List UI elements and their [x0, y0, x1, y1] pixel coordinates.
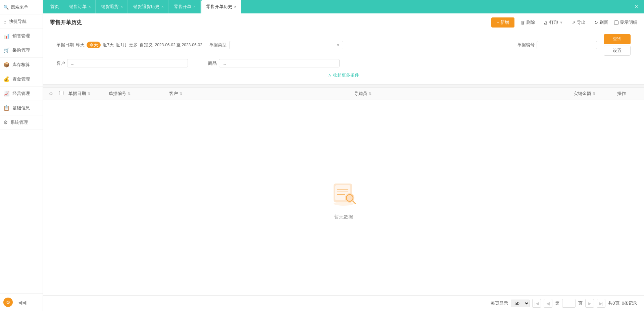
th-customer-label: 客户 — [169, 91, 178, 97]
th-action-label: 操作 — [617, 91, 626, 97]
empty-state: 暂无数据 — [43, 100, 644, 295]
product-input[interactable]: ... — [219, 59, 340, 67]
product-label: 商品 — [208, 60, 217, 66]
sidebar-item-finance[interactable]: 💰 资金管理 — [0, 72, 43, 87]
sidebar-item-label: 快捷导航 — [9, 18, 27, 24]
print-label: 打印 — [549, 19, 558, 25]
print-chevron-icon: ▼ — [559, 20, 563, 24]
next-page-button[interactable]: ▶ — [585, 299, 594, 308]
page-label-pre: 第 — [555, 300, 559, 306]
filter-area: 单据日期 昨天 今天 近7天 近1月 更多 自定义 2023-06-02 至 2… — [50, 31, 637, 84]
add-button[interactable]: + 新增 — [491, 17, 514, 28]
refresh-label: 刷新 — [599, 19, 608, 25]
sidebar-collapse-button[interactable]: ◀◀ — [18, 299, 26, 306]
th-guide-label: 导购员 — [354, 91, 367, 97]
date-shortcut-1month[interactable]: 近1月 — [116, 42, 127, 48]
order-no-input[interactable] — [537, 41, 597, 49]
window-close-button[interactable]: × — [635, 4, 638, 10]
tab-home[interactable]: 首页 — [46, 0, 64, 13]
total-label: 共0页, 0条记录 — [608, 300, 637, 306]
collapse-label: ∧ 收起更多条件 — [328, 72, 359, 77]
print-button[interactable]: 🖨 打印 ▼ — [541, 18, 566, 27]
purchase-mgmt-icon: 🛒 — [3, 47, 10, 53]
page-number-input[interactable]: 1 — [562, 299, 576, 308]
order-type-select[interactable]: ▼ — [229, 41, 343, 49]
display-detail-label: 显示明细 — [620, 19, 637, 25]
tab-sales-return-close[interactable]: × — [120, 5, 122, 9]
settings-button[interactable]: 设置 — [604, 46, 631, 56]
tab-sales-return[interactable]: 销货退货 × — [96, 0, 128, 13]
sidebar-item-label: 系统管理 — [10, 119, 28, 125]
tab-sales-order-close[interactable]: × — [89, 5, 91, 9]
th-amount-sort-icon: ⇅ — [592, 92, 595, 96]
sidebar-item-label: 销售管理 — [12, 33, 30, 39]
th-guide[interactable]: 导购员 ⇅ — [351, 91, 392, 97]
first-page-button[interactable]: |◀ — [532, 299, 541, 308]
product-filter-group: 商品 ... — [208, 59, 340, 67]
per-page-label: 每页显示 — [491, 300, 508, 306]
th-no[interactable]: 单据编号 ⇅ — [106, 91, 166, 97]
tab-retail-open-close[interactable]: × — [193, 5, 195, 9]
sidebar-item-basic-info[interactable]: 📋 基础信息 — [0, 101, 43, 115]
th-no-label: 单据编号 — [109, 91, 126, 97]
sidebar-item-sales-mgmt[interactable]: 📊 销售管理 — [0, 29, 43, 43]
tab-retail-open-label: 零售开单 — [174, 4, 191, 10]
sys-mgmt-icon: ⚙ — [3, 119, 8, 125]
th-amount[interactable]: 实销金额 ⇅ — [571, 91, 614, 97]
per-page-select[interactable]: 50 10 20 100 — [511, 300, 530, 307]
sidebar-item-label: 资金管理 — [12, 76, 30, 82]
table-header: ⚙ 单据日期 ⇅ 单据编号 ⇅ 客户 ⇅ 导购员 ⇅ — [43, 87, 644, 100]
date-shortcut-yesterday[interactable]: 昨天 — [76, 42, 85, 48]
order-no-label: 单据编号 — [517, 42, 535, 48]
filter-actions: 查询 设置 — [604, 34, 631, 56]
prev-page-button[interactable]: ◀ — [544, 299, 552, 308]
refresh-button[interactable]: ↻ 刷新 — [592, 18, 611, 27]
date-shortcut-today[interactable]: 今天 — [87, 42, 101, 48]
date-shortcut-custom[interactable]: 自定义 — [140, 42, 153, 48]
query-button[interactable]: 查询 — [604, 34, 631, 44]
sales-mgmt-icon: 📊 — [3, 33, 10, 39]
display-detail-checkbox[interactable]: 显示明细 — [614, 19, 637, 25]
tab-sales-order[interactable]: 销售订单 × — [64, 0, 96, 13]
select-all-input[interactable] — [59, 91, 63, 95]
last-page-button[interactable]: ▶| — [597, 299, 605, 308]
operation-icon: 📈 — [3, 91, 10, 97]
th-customer-sort-icon: ⇅ — [179, 92, 182, 96]
empty-state-text: 暂无数据 — [334, 214, 353, 220]
th-date[interactable]: 单据日期 ⇅ — [66, 91, 106, 97]
select-all-checkbox[interactable] — [56, 91, 66, 96]
delete-button[interactable]: 🗑 删除 — [518, 18, 538, 27]
sidebar-item-purchase-mgmt[interactable]: 🛒 采购管理 — [0, 43, 43, 58]
gear-button[interactable]: ⚙ — [3, 298, 13, 307]
topbar: 首页 销售订单 × 销货退货 × 销货退货历史 × 零售开单 × 零售开单历史 … — [43, 0, 644, 13]
tab-retail-open-history[interactable]: 零售开单历史 × — [201, 0, 241, 13]
content-area: 零售开单历史 + 新增 🗑 删除 🖨 打印 ▼ ↗ 导出 — [43, 13, 644, 311]
tab-sales-return-history-close[interactable]: × — [161, 5, 163, 9]
customer-input[interactable]: ... — [67, 59, 188, 67]
sidebar-item-quick-nav[interactable]: ⌂ 快捷导航 — [0, 14, 43, 29]
sidebar-item-operation[interactable]: 📈 经营管理 — [0, 87, 43, 101]
filter-row-2: 客户 ... 商品 ... — [56, 59, 631, 67]
date-shortcut-more[interactable]: 更多 — [129, 42, 138, 48]
th-action: 操作 — [614, 91, 641, 97]
collapse-filter-row[interactable]: ∧ 收起更多条件 — [56, 71, 631, 81]
sidebar-item-inventory[interactable]: 📦 库存核算 — [0, 58, 43, 72]
display-detail-input[interactable] — [614, 20, 618, 25]
sidebar-item-label: 采购管理 — [12, 47, 30, 53]
tab-retail-open-history-close[interactable]: × — [234, 5, 236, 9]
order-no-filter-group: 单据编号 — [517, 41, 597, 49]
sidebar-item-sys-mgmt[interactable]: ⚙ 系统管理 — [0, 115, 43, 130]
sidebar-search[interactable]: 🔍 搜索采单 — [0, 0, 43, 14]
sidebar-item-label: 库存核算 — [12, 62, 30, 68]
th-guide-sort-icon: ⇅ — [368, 92, 371, 96]
inventory-icon: 📦 — [3, 62, 10, 68]
th-customer[interactable]: 客户 ⇅ — [166, 91, 351, 97]
date-shortcut-7days[interactable]: 近7天 — [103, 42, 114, 48]
export-button[interactable]: ↗ 导出 — [569, 18, 588, 27]
th-date-label: 单据日期 — [68, 91, 86, 97]
table-settings-icon[interactable]: ⚙ — [46, 91, 56, 96]
tab-retail-open-history-label: 零售开单历史 — [206, 4, 232, 10]
tab-retail-open[interactable]: 零售开单 × — [169, 0, 200, 13]
tab-sales-return-history[interactable]: 销货退货历史 × — [129, 0, 168, 13]
tab-home-label: 首页 — [50, 4, 59, 10]
